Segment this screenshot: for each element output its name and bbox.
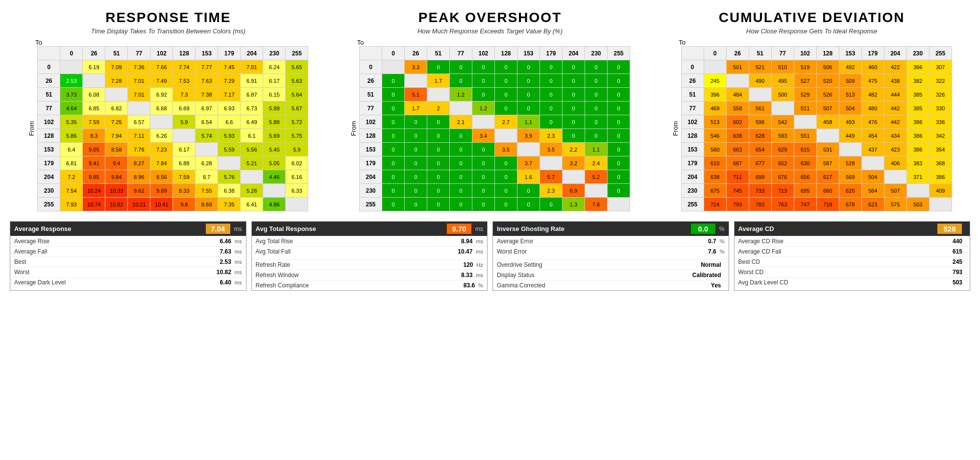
corner-header [359,47,382,60]
stats-row-label: Worst CD [738,269,764,276]
matrix-cell: 10.21 [128,198,150,211]
col-header-128: 128 [816,47,839,60]
po-title: PEAK OVERSHOOT [418,10,562,26]
stats-row-value: 10.82 [217,269,231,276]
stats-row: Average CD Fall615 [735,246,970,256]
matrix-cell [929,198,952,211]
matrix-cell: 6.28 [196,156,218,170]
matrix-cell: 5.1 [404,88,427,102]
matrix-cell: 638 [704,170,726,184]
matrix-cell: 0 [494,102,517,115]
cd-stats-header: Average CD 528 [735,222,970,236]
stats-row-unit: ms [476,249,483,255]
matrix-row: 26245490495527520509475438382322 [681,74,952,88]
matrix-row: 1025.357.597.256.575.96.546.66.495.885.7… [38,115,308,129]
matrix-cell: 6.26 [150,129,173,143]
matrix-cell: 0 [562,115,585,129]
matrix-cell: 6.57 [128,115,150,129]
matrix-cell: 0 [404,198,427,211]
row-header-0: 0 [38,60,60,74]
matrix-cell: 7.17 [218,88,241,102]
matrix-cell: 9.62 [128,184,150,198]
matrix-cell: 6.4 [60,143,83,156]
cd-title: CUMULATIVE DEVIATION [719,10,905,26]
stats-row-label: Refresh Window [256,272,299,279]
matrix-cell: 6.38 [218,184,241,198]
matrix-cell: 654 [749,143,771,156]
matrix-cell: 6.41 [241,198,263,211]
matrix-cell: 437 [861,143,884,156]
matrix-cell: 0 [517,60,539,74]
stats-row-value: 503 [953,279,962,286]
matrix-cell: 0 [382,184,404,198]
po-table-container-table: 026517710212815317920423025503.300000000… [359,46,630,211]
matrix-cell: 0 [539,60,562,74]
col-header-51: 51 [105,47,128,60]
matrix-cell [286,198,308,211]
matrix-cell: 652 [771,156,794,170]
matrix-cell: 0 [449,156,472,170]
stats-row-label: Best CD [738,258,760,265]
matrix-cell: 0 [562,74,585,88]
matrix-cell: 587 [816,156,839,170]
row-header-51: 51 [38,88,60,102]
matrix-cell: 6.16 [286,170,308,184]
matrix-cell: 663 [726,143,749,156]
row-header-26: 26 [359,74,382,88]
row-header-204: 204 [359,170,382,184]
matrix-cell: 513 [704,115,726,129]
matrix-cell: 506 [816,60,839,74]
matrix-cell: 5.72 [286,115,308,129]
matrix-cell: 0 [494,198,517,211]
matrix-cell [173,129,196,143]
matrix-cell: 0 [472,143,494,156]
matrix-cell [382,60,404,74]
matrix-cell [218,156,241,170]
matrix-row: 230675745733713695660620564507409 [681,184,952,198]
col-header-255: 255 [929,47,952,60]
matrix-row: 51396484500529526513482444385326 [681,88,952,102]
matrix-cell: 7.01 [241,60,263,74]
matrix-cell: 336 [929,115,952,129]
stats-row-value: 10.47 [458,248,472,255]
matrix-cell: 699 [749,170,771,184]
stats-row-value: 440 [953,238,962,245]
cd-stats-header-value: 528 [937,224,962,234]
stats-row: Overdrive SettingNormal [493,259,729,270]
matrix-cell: 4.64 [60,102,83,115]
cumdev-section: CUMULATIVE DEVIATION How Close Response … [653,10,970,211]
matrix-cell: 526 [816,88,839,102]
matrix-cell: 1.6 [517,170,539,184]
stats-row: Average Dark Level6.40ms [10,277,246,287]
tr-stats-header-value: 9.70 [447,224,471,234]
matrix-cell: 7.76 [128,143,150,156]
matrix-cell [196,143,218,156]
row-header-0: 0 [681,60,704,74]
matrix-cell: 9.8 [173,198,196,211]
stats-row-label: Average Fall [14,248,47,255]
matrix-cell: 5.9 [286,143,308,156]
matrix-cell: 326 [929,88,952,102]
matrix-cell: 9.41 [83,156,105,170]
matrix-cell: 602 [726,115,749,129]
matrix-row: 06.197.097.367.667.747.777.457.016.245.6… [38,60,308,74]
matrix-cell: 10.41 [150,198,173,211]
stats-row-value: 245 [953,258,962,265]
matrix-cell: 10.33 [105,184,128,198]
stats-row: Worst Error7.6% [493,246,729,256]
matrix-cell: 0 [607,88,630,102]
row-header-204: 204 [38,170,60,184]
matrix-row: 179610687677652630587528406383368 [681,156,952,170]
matrix-cell: 6.81 [60,156,83,170]
rt-matrix-wrapper: From 026517710212815317920423025506.197.… [28,46,308,211]
matrix-cell: 386 [906,115,929,129]
matrix-cell: 5.56 [241,143,263,156]
matrix-row: 23000000002.36.90 [359,184,630,198]
row-header-128: 128 [681,129,704,143]
rt-from-label: From [28,121,35,136]
matrix-cell: 0 [449,60,472,74]
matrix-cell: 386 [906,129,929,143]
matrix-cell: 0 [404,143,427,156]
stats-row: Best CD245 [735,256,970,267]
stats-row-label: Display Status [497,272,535,279]
